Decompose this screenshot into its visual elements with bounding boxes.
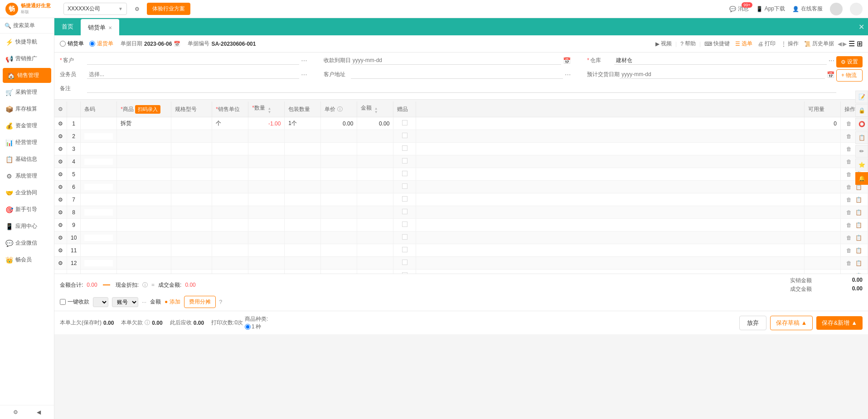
customer-address-expand-icon[interactable]: ··· [563, 71, 572, 79]
row-unit[interactable] [212, 270, 248, 274]
row-product[interactable] [117, 130, 171, 143]
row-product[interactable] [117, 206, 171, 219]
gift-checkbox[interactable] [402, 120, 407, 125]
online-service-button[interactable]: 👤 在线客服 [792, 5, 823, 13]
row-gift[interactable] [393, 117, 416, 130]
operate-btn[interactable]: ⋮ 操作 [779, 39, 800, 48]
help-btn[interactable]: ? 帮助 [679, 39, 698, 48]
float-btn-5[interactable]: ✏ [855, 145, 868, 158]
view-list-icon[interactable]: ☰ [849, 39, 855, 48]
row-settings[interactable]: ⚙ [54, 155, 67, 168]
tab-close-icon[interactable]: ✕ [108, 25, 112, 30]
row-barcode[interactable] [81, 257, 117, 270]
row-settings[interactable]: ⚙ [54, 130, 67, 143]
row-barcode[interactable] [81, 270, 117, 274]
sidebar-item-newbie[interactable]: 🎯 新手引导 [0, 201, 54, 218]
row-amount[interactable] [357, 206, 393, 219]
col-settings-header[interactable]: ⚙ [54, 101, 67, 117]
row-amount[interactable] [357, 168, 393, 181]
row-quantity[interactable] [248, 155, 285, 168]
row-gift[interactable] [393, 244, 416, 257]
row-unit[interactable] [212, 231, 248, 244]
row-spec[interactable] [171, 181, 212, 193]
row-unit[interactable] [212, 143, 248, 155]
delete-icon[interactable]: 🗑 [846, 209, 852, 216]
top-settings-button[interactable]: ⚙ [131, 3, 143, 15]
row-settings[interactable]: ⚙ [54, 219, 67, 231]
sidebar-item-system[interactable]: ⚙ 系统管理 [0, 168, 54, 184]
settlement-method-select[interactable] [93, 297, 108, 307]
app-download-button[interactable]: 📱 App下载 [756, 5, 785, 13]
expense-split-button[interactable]: 费用分摊 [184, 296, 216, 308]
save-new-button[interactable]: 保存&新增 ▲ [816, 316, 863, 330]
row-unit[interactable] [212, 168, 248, 181]
warehouse-expand-icon[interactable]: ··· [827, 57, 836, 65]
copy-icon[interactable]: 📋 [855, 260, 862, 266]
row-amount[interactable]: 0.00 [357, 117, 393, 130]
row-settings[interactable]: ⚙ [54, 257, 67, 270]
sidebar-collapse-icon[interactable]: ◀ [37, 409, 41, 415]
copy-icon[interactable]: 📋 [855, 222, 862, 228]
row-gift[interactable] [393, 143, 416, 155]
row-quantity[interactable] [248, 219, 285, 231]
save-draft-button[interactable]: 保存草稿 ▲ [770, 316, 813, 330]
row-quantity[interactable] [248, 206, 285, 219]
radio-sales-input[interactable] [60, 41, 66, 47]
radio-return[interactable]: 退货单 [89, 40, 113, 48]
customer-address-input[interactable] [351, 70, 563, 79]
row-settings[interactable]: ⚙ [54, 231, 67, 244]
row-unit-price[interactable] [321, 168, 357, 181]
row-amount[interactable] [357, 181, 393, 193]
row-barcode[interactable] [81, 130, 117, 143]
sidebar-item-appstore[interactable]: 📱 应用中心 [0, 218, 54, 235]
expected-delivery-input[interactable] [620, 70, 825, 79]
row-barcode[interactable] [81, 143, 117, 155]
sidebar-item-marketing[interactable]: 📢 营销推广 [0, 50, 54, 67]
tab-home[interactable]: 首页 [54, 18, 81, 35]
row-product[interactable]: 拆货 [117, 117, 171, 130]
row-unit-price[interactable] [321, 206, 357, 219]
row-quantity[interactable] [248, 168, 285, 181]
row-quantity[interactable]: -1.00 [248, 117, 285, 130]
row-unit[interactable] [212, 244, 248, 257]
sidebar-item-member[interactable]: 👑 畅会员 [0, 251, 54, 268]
float-btn-6[interactable]: ⭐ [855, 159, 868, 171]
gift-checkbox[interactable] [402, 145, 407, 151]
sidebar-item-finance[interactable]: 💰 资金管理 [0, 117, 54, 134]
row-quantity[interactable] [248, 257, 285, 270]
print-btn[interactable]: 🖨 打印 [756, 39, 777, 48]
row-spec[interactable] [171, 143, 212, 155]
row-unit[interactable] [212, 193, 248, 206]
delete-icon[interactable]: 🗑 [846, 146, 852, 152]
avatar[interactable] [830, 3, 843, 15]
video-btn[interactable]: ▶ 视频 [654, 39, 674, 48]
abandon-button[interactable]: 放弃 [739, 316, 766, 330]
sidebar-item-purchase[interactable]: 🛒 采购管理 [0, 84, 54, 101]
row-gift[interactable] [393, 130, 416, 143]
gift-checkbox[interactable] [402, 171, 407, 176]
delete-icon[interactable]: 🗑 [846, 159, 852, 165]
warehouse-input[interactable] [614, 56, 826, 65]
row-spec[interactable] [171, 206, 212, 219]
row-quantity[interactable] [248, 231, 285, 244]
row-gift[interactable] [393, 219, 416, 231]
row-quantity[interactable] [248, 143, 285, 155]
row-gift[interactable] [393, 155, 416, 168]
row-barcode[interactable] [81, 181, 117, 193]
row-amount[interactable] [357, 155, 393, 168]
row-settings[interactable]: ⚙ [54, 270, 67, 274]
sidebar-item-basic[interactable]: 📋 基础信息 [0, 151, 54, 168]
row-unit[interactable] [212, 219, 248, 231]
salesperson-expand-icon[interactable]: ··· [299, 71, 309, 79]
row-settings[interactable]: ⚙ [54, 143, 67, 155]
row-amount[interactable] [357, 244, 393, 257]
row-unit[interactable] [212, 155, 248, 168]
row-gift[interactable] [393, 193, 416, 206]
row-unit-price[interactable]: 0.00 [321, 117, 357, 130]
float-btn-1[interactable]: 📝 [855, 91, 868, 103]
product-type-radio[interactable] [245, 324, 251, 330]
row-unit-price[interactable] [321, 143, 357, 155]
row-amount[interactable] [357, 193, 393, 206]
discount-help-icon[interactable]: ⓘ [142, 281, 148, 289]
shortcut-btn[interactable]: ⌨ 快捷键 [703, 39, 732, 48]
